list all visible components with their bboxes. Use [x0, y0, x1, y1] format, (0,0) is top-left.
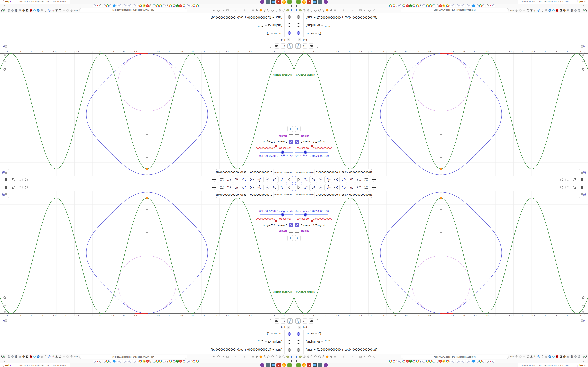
tree-view-button[interactable]: [295, 43, 301, 49]
shield-badge-icon[interactable]: [574, 8, 577, 12]
tab-favicon-wikipedia[interactable]: W: [419, 360, 422, 363]
ublock-origin-icon[interactable]: UO: [14, 8, 18, 12]
back-arrow-icon[interactable]: [221, 355, 225, 359]
algebra-row[interactable]: curves = {}: [0, 29, 294, 37]
tool-slider[interactable]: a = 2: [218, 176, 225, 183]
row-menu-icon[interactable]: [4, 30, 8, 36]
tab-favicon-lace[interactable]: [482, 360, 485, 363]
dot-small-icon[interactable]: [247, 355, 251, 359]
y-logo-icon[interactable]: [290, 355, 293, 359]
graphics-style-button[interactable]: [0, 191, 9, 198]
olive-circle-icon[interactable]: [299, 8, 302, 12]
menu-button[interactable]: [4, 185, 8, 190]
globe-icon[interactable]: [306, 355, 310, 359]
dot-large-icon[interactable]: [234, 8, 238, 12]
tab-favicon-wikipedia[interactable]: W: [166, 4, 169, 7]
history-arrow-icon[interactable]: [310, 355, 314, 359]
dot-large-icon[interactable]: [341, 8, 345, 12]
globe-orange-icon[interactable]: [22, 355, 25, 359]
algebra-row[interactable]: curves = {}: [0, 330, 294, 338]
pause-bars-icon[interactable]: [291, 5, 293, 7]
tracing-checkbox[interactable]: [295, 134, 299, 138]
y-logo-icon[interactable]: [290, 8, 293, 12]
tool-line[interactable]: [271, 184, 278, 191]
star-icon[interactable]: [66, 8, 69, 12]
undo-button[interactable]: [559, 185, 563, 190]
tab-favicon-yandex-images[interactable]: ▲: [143, 360, 146, 363]
tool-reflect[interactable]: [355, 176, 362, 183]
wrench-icon[interactable]: [263, 8, 266, 12]
lock-icon[interactable]: [212, 8, 216, 12]
globe-icon[interactable]: [278, 355, 282, 359]
history-arrow-icon[interactable]: [270, 355, 274, 359]
tool-circle[interactable]: [333, 176, 340, 183]
tool-point[interactable]: A: [303, 176, 310, 183]
taskbar-app-vm-monitor[interactable]: [271, 0, 275, 4]
input-fx-button[interactable]: fx: [302, 318, 307, 324]
tool-reflect[interactable]: [226, 176, 233, 183]
globe-icon[interactable]: [303, 8, 306, 12]
pause-bars-icon[interactable]: [295, 5, 297, 7]
tab-favicon-google[interactable]: [403, 360, 406, 363]
taskbar-app-purple-robot[interactable]: [260, 363, 264, 367]
bank-icon[interactable]: [18, 355, 22, 359]
bank-icon[interactable]: [18, 8, 22, 12]
zoom-out-button[interactable]: [3, 311, 7, 315]
history-arrow-icon[interactable]: [270, 8, 274, 12]
search-button[interactable]: [572, 177, 577, 182]
graphics-view[interactable]: -2.4-2.2-2-1.8-1.6-1.4-1.2-1-0.8-0.6-0.4…: [294, 51, 588, 176]
back-arrow-icon[interactable]: [363, 8, 367, 12]
url-bar[interactable]: https://www.geogebra.org/classic/aagcxh3…: [401, 355, 509, 359]
tool-slider[interactable]: a = 2: [218, 184, 225, 191]
tool-circle[interactable]: [248, 176, 255, 183]
tab-favicon-google[interactable]: [446, 4, 449, 7]
translate-blue-icon[interactable]: A: [537, 355, 541, 359]
visibility-toggle[interactable]: [297, 340, 300, 344]
tab-favicon-google[interactable]: [426, 360, 429, 363]
algebra-row[interactable]: curves = {}: [294, 330, 588, 338]
tab-favicon-google[interactable]: [479, 4, 482, 7]
tab-favicon-google[interactable]: [196, 360, 199, 363]
function-dropdown[interactable]: 1.000000000000 + cos(4.000000000000 x): [315, 192, 372, 198]
tab-favicon-yandex[interactable]: Я: [146, 360, 149, 363]
lock-icon[interactable]: [372, 8, 376, 12]
tab-favicon-info[interactable]: i: [436, 360, 439, 363]
settings-gear-button[interactable]: [309, 43, 314, 49]
tab-favicon-google[interactable]: [169, 360, 172, 363]
play-pause-button[interactable]: [287, 235, 293, 241]
search-button[interactable]: [11, 177, 16, 182]
url-bar[interactable]: https://www.geogebra.org/classic/aagcxh3…: [79, 8, 187, 12]
tab-favicon-blue-chat[interactable]: …: [472, 360, 475, 363]
globe-icon[interactable]: [318, 355, 321, 359]
tab-favicon-lace-teal[interactable]: [153, 4, 156, 7]
tab-favicon-lace[interactable]: [186, 360, 189, 363]
tab-favicon-lace[interactable]: [476, 4, 479, 7]
star-icon[interactable]: [66, 355, 69, 359]
tab-favicon-yandex[interactable]: Я: [439, 4, 442, 7]
tool-point[interactable]: A: [278, 176, 285, 183]
tree-view-button[interactable]: [287, 318, 293, 324]
folder-icon[interactable]: [225, 8, 229, 12]
tab-favicon-frog[interactable]: [176, 4, 179, 7]
tab-favicon-lace[interactable]: [163, 4, 165, 7]
translate-icon[interactable]: AЯ: [69, 8, 73, 12]
tool-perpendicular[interactable]: [263, 184, 270, 191]
mouse-icon[interactable]: [541, 8, 544, 12]
algebra-sort-icon[interactable]: [581, 319, 586, 324]
taskbar-app-vm-monitor[interactable]: [271, 363, 275, 367]
twp-shield-icon[interactable]: [33, 355, 36, 359]
dot-large-icon[interactable]: [243, 355, 247, 359]
tab-favicon-google[interactable]: [159, 4, 162, 7]
redo-button[interactable]: [565, 185, 570, 190]
tree-view-button[interactable]: [295, 318, 301, 324]
history-arrow-icon[interactable]: [314, 355, 318, 359]
url-bar[interactable]: https://www.geogebra.org/classic/aagcxh3…: [79, 355, 187, 359]
taskbar-app-android-green[interactable]: [296, 363, 301, 367]
download-icon[interactable]: [529, 355, 533, 359]
url-bar[interactable]: https://www.geogebra.org/classic/aagcxh3…: [401, 8, 509, 12]
tab-favicon-blue-chat[interactable]: …: [472, 4, 475, 7]
zoom-out-button[interactable]: [581, 52, 585, 56]
tab-favicon-lace[interactable]: [189, 360, 192, 363]
translate-blue-icon[interactable]: A: [47, 355, 51, 359]
firefox-icon[interactable]: [326, 8, 329, 12]
